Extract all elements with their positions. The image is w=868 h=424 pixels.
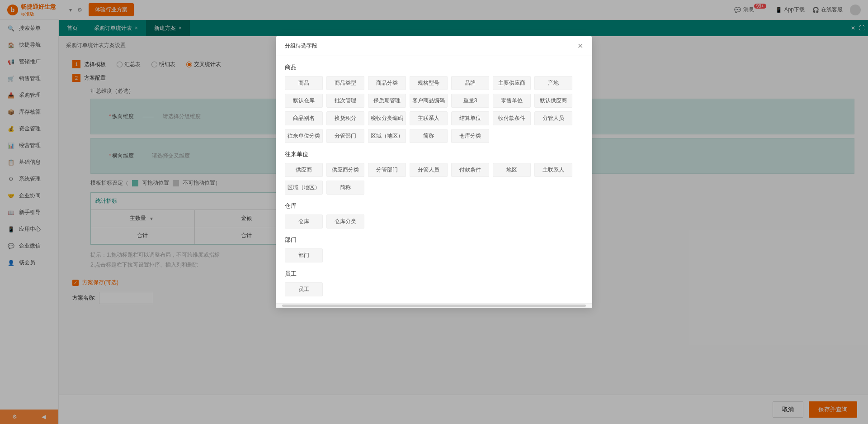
field-tag[interactable]: 付款条件 <box>451 163 489 177</box>
field-tag[interactable]: 供应商分类 <box>326 163 364 177</box>
field-tag[interactable]: 分管人员 <box>534 111 572 125</box>
field-tag[interactable]: 员工 <box>285 282 323 296</box>
field-tag[interactable]: 商品类型 <box>326 76 364 90</box>
field-tag[interactable]: 部门 <box>285 248 323 262</box>
field-tag[interactable]: 保质期管理 <box>368 94 406 108</box>
field-tag[interactable]: 地区 <box>493 163 531 177</box>
field-group-title: 部门 <box>285 236 583 244</box>
field-tag[interactable]: 商品分类 <box>368 76 406 90</box>
field-group-title: 商品 <box>285 63 583 71</box>
field-tags: 部门 <box>285 248 583 262</box>
field-group-title: 员工 <box>285 270 583 278</box>
field-tag[interactable]: 默认供应商 <box>534 94 572 108</box>
modal-title: 分组待选字段 <box>285 42 317 50</box>
field-tag[interactable]: 主联系人 <box>410 111 448 125</box>
modal-hscroll[interactable] <box>276 303 592 308</box>
field-tag[interactable]: 往来单位分类 <box>285 129 323 143</box>
field-group-4: 员工员工 <box>285 270 583 296</box>
field-tag[interactable]: 规格型号 <box>410 76 448 90</box>
field-group-0: 商品商品商品类型商品分类规格型号品牌主要供应商产地默认仓库批次管理保质期管理客户… <box>285 63 583 143</box>
field-tag[interactable]: 零售单位 <box>493 94 531 108</box>
field-tag[interactable]: 产地 <box>534 76 572 90</box>
field-group-title: 仓库 <box>285 202 583 210</box>
field-tag[interactable]: 批次管理 <box>326 94 364 108</box>
field-tags: 供应商供应商分类分管部门分管人员付款条件地区主联系人区域（地区）简称 <box>285 163 583 195</box>
modal: 分组待选字段 ✕ 商品商品商品类型商品分类规格型号品牌主要供应商产地默认仓库批次… <box>276 36 592 308</box>
modal-header: 分组待选字段 ✕ <box>276 36 592 56</box>
field-tag[interactable]: 商品别名 <box>285 111 323 125</box>
field-tag[interactable]: 品牌 <box>451 76 489 90</box>
field-tag[interactable]: 主联系人 <box>534 163 572 177</box>
field-tag[interactable]: 分管部门 <box>368 163 406 177</box>
modal-hscroll-thumb[interactable] <box>282 305 586 307</box>
field-tag[interactable]: 分管部门 <box>326 129 364 143</box>
field-tag[interactable]: 默认仓库 <box>285 94 323 108</box>
field-tag[interactable]: 结算单位 <box>451 111 489 125</box>
modal-body[interactable]: 商品商品商品类型商品分类规格型号品牌主要供应商产地默认仓库批次管理保质期管理客户… <box>276 56 592 303</box>
field-tags: 仓库仓库分类 <box>285 214 583 229</box>
field-tag[interactable]: 收付款条件 <box>493 111 531 125</box>
field-group-title: 往来单位 <box>285 150 583 158</box>
field-tag[interactable]: 分管人员 <box>410 163 448 177</box>
field-tag[interactable]: 税收分类编码 <box>368 111 406 125</box>
field-tags: 员工 <box>285 282 583 296</box>
field-tag[interactable]: 仓库分类 <box>326 214 364 229</box>
field-tag[interactable]: 简称 <box>410 129 448 143</box>
field-tag[interactable]: 区域（地区） <box>368 129 406 143</box>
field-group-2: 仓库仓库仓库分类 <box>285 202 583 229</box>
field-tag[interactable]: 主要供应商 <box>493 76 531 90</box>
field-group-3: 部门部门 <box>285 236 583 262</box>
field-group-1: 往来单位供应商供应商分类分管部门分管人员付款条件地区主联系人区域（地区）简称 <box>285 150 583 195</box>
modal-close-icon[interactable]: ✕ <box>577 42 583 50</box>
field-tag[interactable]: 客户商品编码 <box>410 94 448 108</box>
field-tag[interactable]: 仓库 <box>285 214 323 229</box>
field-tag[interactable]: 商品 <box>285 76 323 90</box>
field-tag[interactable]: 换货积分 <box>326 111 364 125</box>
field-tag[interactable]: 区域（地区） <box>285 181 323 195</box>
field-tag[interactable]: 供应商 <box>285 163 323 177</box>
field-tag[interactable]: 简称 <box>326 181 364 195</box>
field-tags: 商品商品类型商品分类规格型号品牌主要供应商产地默认仓库批次管理保质期管理客户商品… <box>285 76 583 143</box>
field-tag[interactable]: 仓库分类 <box>451 129 489 143</box>
field-tag[interactable]: 重量3 <box>451 94 489 108</box>
